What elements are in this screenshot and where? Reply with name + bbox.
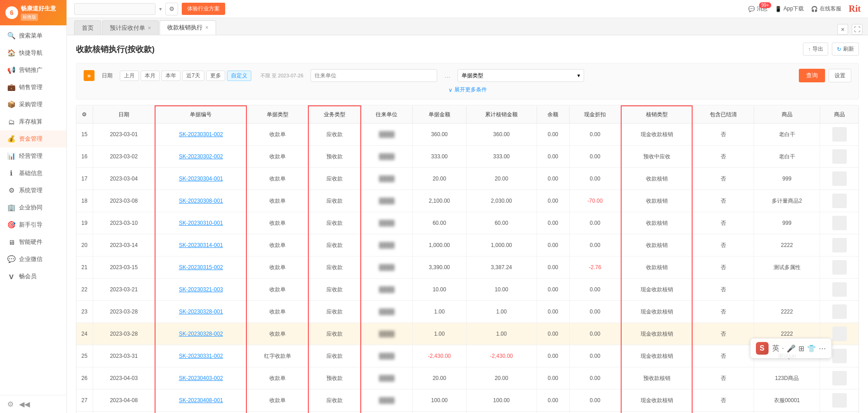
tab-expand-button[interactable]: ⛶ (852, 24, 863, 35)
refresh-button[interactable]: ↻ 刷新 (832, 43, 859, 56)
sidebar-item-system[interactable]: ⚙ 系统管理 (0, 182, 66, 199)
tab-writeoff[interactable]: 收款核销执行 × (160, 20, 216, 35)
date-this-year-button[interactable]: 本年 (161, 71, 180, 81)
cell-doc-no[interactable]: SK-20230328-002 (155, 323, 246, 345)
sidebar-item-inventory[interactable]: 🗂 库存核算 (0, 113, 66, 130)
cell-doc-no[interactable]: SK-20230310-001 (155, 212, 246, 234)
cell-cash-discount: 0.00 (569, 279, 621, 301)
refresh-icon: ↻ (837, 46, 841, 52)
cell-goods-img (820, 212, 859, 234)
sidebar-item-purchase[interactable]: 📦 采购管理 (0, 96, 66, 113)
cell-writeoff-type: 收款核销 (621, 168, 693, 190)
sidebar-item-sales[interactable]: 💼 销售管理 (0, 79, 66, 96)
cell-goods-img (820, 323, 859, 345)
filter-expand-button[interactable]: » (84, 70, 94, 81)
expand-more-button[interactable]: ∨ 展开更多条件 (84, 86, 851, 94)
cell-doc-no[interactable]: SK-20230321-003 (155, 279, 246, 301)
settings-gear-button[interactable]: ⚙ (165, 3, 178, 15)
messages-button[interactable]: 💬 消息 99+ (748, 5, 768, 13)
cell-balance: 0.00 (537, 301, 569, 323)
cell-biz-type: 应收款 (308, 234, 361, 256)
app-download-button[interactable]: 📱 App下载 (775, 5, 804, 13)
sidebar-item-nav[interactable]: 🏠 快捷导航 (0, 44, 66, 62)
export-button[interactable]: ↑ 导出 (803, 43, 828, 56)
cell-doc-no[interactable]: SK-20230328-001 (155, 301, 246, 323)
cell-writeoff-amount: 360.00 (466, 123, 537, 146)
cell-balance: 0.00 (537, 123, 569, 146)
sidebar-item-enterprise[interactable]: 🏢 企业协同 (0, 199, 66, 216)
date-more-button[interactable]: 更多 (206, 71, 225, 81)
cell-doc-no[interactable]: SK-20230315-002 (155, 256, 246, 279)
query-button[interactable]: 查询 (799, 69, 825, 82)
partner-input[interactable] (311, 69, 437, 82)
date-this-month-button[interactable]: 本月 (141, 71, 160, 81)
cell-doc-no[interactable]: SK-20230308-001 (155, 190, 246, 212)
date-last-7-days-button[interactable]: 近7天 (182, 71, 204, 81)
sidebar-item-hardware[interactable]: 🖥 智能硬件 (0, 233, 66, 251)
purchase-icon: 📦 (7, 100, 15, 109)
receipt-type-select[interactable]: 单据类型 ▾ (458, 69, 584, 82)
date-last-month-button[interactable]: 上月 (120, 71, 139, 81)
cell-include-settled: 否 (692, 345, 754, 367)
content-area: 收款核销执行(按收款) ↑ 导出 ↻ 刷新 » 日期 (67, 35, 868, 413)
sidebar-item-search[interactable]: 🔍 搜索菜单 (0, 27, 66, 44)
footer-settings-icon[interactable]: ⚙ (7, 400, 14, 408)
sidebar-item-guide[interactable]: 🎯 新手引导 (0, 216, 66, 233)
cell-goods-img (820, 123, 859, 146)
cell-balance: 0.00 (537, 234, 569, 256)
th-partner: 往来单位 (361, 106, 413, 123)
industry-solution-button[interactable]: 体验行业方案 (182, 3, 225, 15)
cell-writeoff-amount: 2,030.00 (466, 190, 537, 212)
tab-close-all-button[interactable]: × (837, 24, 848, 35)
home-icon: 🏠 (7, 49, 15, 57)
footer-collapse-icon[interactable]: ◀◀ (19, 400, 30, 408)
cell-doc-no[interactable]: SK-20230403-002 (155, 367, 246, 389)
sidebar-item-operations[interactable]: 📊 经营管理 (0, 147, 66, 165)
cell-biz-type: 应收款 (308, 389, 361, 412)
cell-amount: 1,000.00 (413, 234, 467, 256)
cell-doc-no[interactable]: SK-20230304-001 (155, 168, 246, 190)
cell-writeoff-amount: 20.00 (466, 367, 537, 389)
column-settings-icon[interactable]: ⚙ (82, 111, 87, 118)
sidebar-item-wechat[interactable]: 💬 企业微信 (0, 251, 66, 268)
cell-doc-no[interactable]: SK-20230408-001 (155, 389, 246, 412)
table-row: 262023-04-03SK-20230403-002收款单预收款████20.… (76, 367, 859, 389)
message-icon: 💬 (748, 6, 755, 12)
cell-include-settled: 否 (692, 168, 754, 190)
cell-cash-discount: 0.00 (569, 234, 621, 256)
sidebar-item-marketing[interactable]: 📢 营销推广 (0, 62, 66, 79)
online-service-button[interactable]: 🎧 在线客服 (811, 5, 841, 13)
cell-doc-type: 收款单 (246, 412, 308, 413)
cell-writeoff-amount: -2,430.00 (466, 345, 537, 367)
table-row: 222023-03-21SK-20230321-003收款单应收款████10.… (76, 279, 859, 301)
cell-date: 2023-03-14 (93, 234, 155, 256)
cell-doc-type: 收款单 (246, 234, 308, 256)
cell-no: 16 (76, 146, 93, 168)
filter-row: » 日期 上月 本月 本年 近7天 更多 自定义 不限 至 2023-07-26… (84, 69, 851, 82)
select-arrow-icon: ▾ (577, 72, 580, 79)
breadcrumb-input[interactable] (74, 3, 156, 15)
cell-partner: ████ (361, 389, 413, 412)
cell-doc-no[interactable]: SK-20230301-002 (155, 123, 246, 146)
tab-home[interactable]: 首页 (74, 20, 101, 35)
sidebar-item-finance[interactable]: 💰 资金管理 (0, 130, 66, 147)
cell-balance: 0.00 (537, 146, 569, 168)
table-row: 182023-03-08SK-20230308-001收款单应收款████2,1… (76, 190, 859, 212)
date-custom-button[interactable]: 自定义 (227, 71, 251, 81)
cell-doc-no[interactable]: SK-20230331-002 (155, 345, 246, 367)
cell-doc-no[interactable]: SK-20230302-002 (155, 146, 246, 168)
tab-prepay[interactable]: 预计应收付单 × (102, 20, 159, 35)
cell-cash-discount: 0.00 (569, 123, 621, 146)
filter-settings-button[interactable]: 设置 (829, 69, 851, 82)
tab-close-prepay[interactable]: × (148, 25, 151, 31)
cell-include-settled: 否 (692, 234, 754, 256)
sidebar-item-basics[interactable]: ℹ 基础信息 (0, 165, 66, 182)
cell-doc-no[interactable]: SK-20230314-001 (155, 234, 246, 256)
cell-partner: ████ (361, 345, 413, 367)
tab-close-writeoff[interactable]: × (205, 24, 208, 31)
th-settings[interactable]: ⚙ (76, 106, 93, 123)
cell-amount: 10.00 (413, 279, 467, 301)
sidebar-item-member[interactable]: V 畅会员 (0, 268, 66, 285)
page-content: 收款核销执行(按收款) ↑ 导出 ↻ 刷新 » 日期 (67, 35, 868, 413)
cell-doc-no[interactable]: SK-20230418-001 (155, 412, 246, 413)
